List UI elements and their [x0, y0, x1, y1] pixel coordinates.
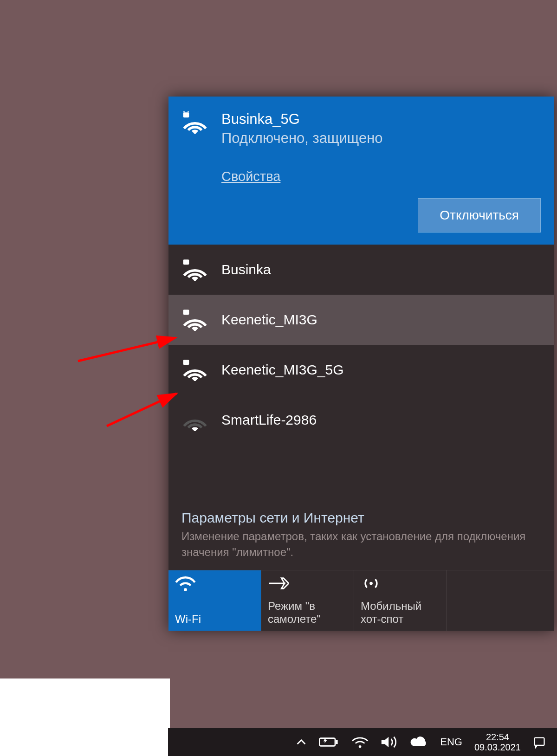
- network-flyout: Businka_5G Подключено, защищено Свойства…: [168, 97, 554, 631]
- battery-charging-icon[interactable]: [319, 736, 340, 749]
- white-bottom-strip: [0, 678, 170, 756]
- network-item-keenetic-mi3g-5g[interactable]: Keenetic_MI3G_5G: [168, 345, 554, 395]
- taskbar: ENG 22:54 09.03.2021: [168, 728, 557, 756]
- cloud-icon[interactable]: [409, 736, 429, 749]
- tile-label: Wi-Fi: [175, 613, 254, 626]
- airplane-icon: [268, 575, 347, 594]
- properties-link[interactable]: Свойства: [221, 169, 280, 184]
- svg-rect-5: [183, 310, 189, 315]
- network-name: Keenetic_MI3G: [221, 312, 317, 328]
- svg-rect-7: [183, 360, 189, 365]
- network-name: Keenetic_MI3G_5G: [221, 362, 343, 378]
- wifi-icon[interactable]: [351, 736, 369, 749]
- wifi-secure-icon: [181, 111, 208, 134]
- svg-point-15: [359, 745, 362, 748]
- svg-rect-3: [183, 259, 189, 265]
- tile-label: Режим "в самолете": [268, 600, 347, 627]
- svg-rect-1: [183, 112, 189, 117]
- tile-label: Мобильный хот-спот: [361, 600, 440, 627]
- svg-rect-16: [535, 738, 544, 745]
- network-item-smartlife[interactable]: SmartLife-2986: [168, 395, 554, 445]
- language-indicator[interactable]: ENG: [440, 736, 462, 748]
- network-name: Businka: [221, 262, 271, 278]
- active-network-name: Businka_5G: [221, 111, 541, 127]
- notification-icon[interactable]: [533, 736, 546, 749]
- tile-mobile-hotspot[interactable]: Мобильный хот-спот: [354, 570, 447, 631]
- svg-rect-13: [319, 738, 335, 746]
- time: 22:54: [474, 732, 521, 742]
- network-name: SmartLife-2986: [221, 412, 317, 428]
- network-item-businka[interactable]: Businka: [168, 245, 554, 295]
- chevron-up-icon[interactable]: [295, 736, 308, 749]
- tile-wifi[interactable]: Wi-Fi: [168, 570, 261, 631]
- network-item-keenetic-mi3g[interactable]: Keenetic_MI3G: [168, 295, 554, 345]
- network-settings-heading[interactable]: Параметры сети и Интернет: [168, 510, 554, 526]
- hotspot-icon: [361, 575, 440, 594]
- date: 09.03.2021: [474, 742, 521, 752]
- svg-point-9: [184, 588, 187, 591]
- wifi-secure-icon: [181, 309, 208, 331]
- disconnect-button[interactable]: Отключиться: [418, 198, 541, 233]
- network-settings-description: Изменение параметров, таких как установл…: [168, 526, 554, 570]
- clock[interactable]: 22:54 09.03.2021: [474, 732, 521, 752]
- wifi-secure-icon: [181, 359, 208, 381]
- tile-airplane-mode[interactable]: Режим "в самолете": [261, 570, 354, 631]
- wifi-icon: [175, 575, 254, 594]
- active-network-status: Подключено, защищено: [221, 130, 541, 147]
- wifi-open-icon: [181, 409, 208, 431]
- svg-point-10: [369, 582, 373, 585]
- svg-rect-14: [336, 740, 337, 744]
- wifi-secure-icon: [181, 258, 208, 281]
- active-network[interactable]: Businka_5G Подключено, защищено Свойства…: [168, 97, 554, 245]
- volume-icon[interactable]: [380, 736, 398, 749]
- quick-action-tiles: Wi-Fi Режим "в самолете" Мобильный хот-с…: [168, 570, 554, 631]
